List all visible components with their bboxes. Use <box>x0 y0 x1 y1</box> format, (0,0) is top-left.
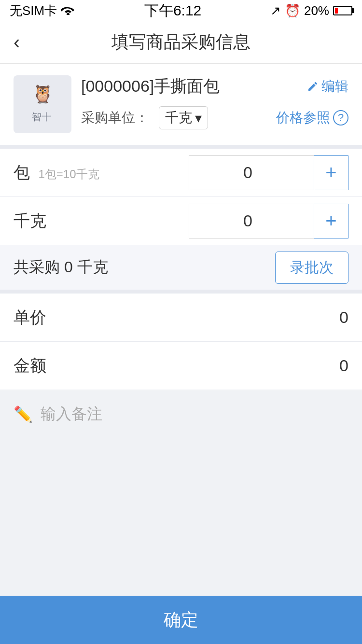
carrier-label: 无SIM卡 <box>10 2 57 19</box>
battery-icon <box>333 6 352 15</box>
confirm-button[interactable]: 确定 <box>164 608 198 632</box>
amount-row: 金额 0 <box>0 342 362 390</box>
price-row: 单价 0 <box>0 294 362 342</box>
pack-label: 包 1包=10千克 <box>14 162 189 184</box>
summary-section: 共采购 0 千克 录批次 <box>0 245 362 294</box>
pack-sub-label: 1包=10千克 <box>38 168 99 181</box>
battery-label: 20% <box>304 3 329 18</box>
kg-row: 千克 + <box>0 197 362 245</box>
detail-section: 单价 0 金额 0 <box>0 294 362 390</box>
summary-text: 共采购 0 千克 <box>14 257 108 278</box>
wifi-icon <box>61 3 75 18</box>
product-info: [0000006]手撕面包 编辑 采购单位： 千克 ▾ 价格参照 ? <box>81 75 348 129</box>
product-section: 🦉智十 [0000006]手撕面包 编辑 采购单位： 千克 ▾ <box>0 64 362 149</box>
pack-input[interactable] <box>189 155 314 190</box>
amount-value: 0 <box>339 356 348 375</box>
record-batch-button[interactable]: 录批次 <box>275 252 348 284</box>
status-bar-right: ↗ ⏰ 20% <box>270 3 352 18</box>
unit-label: 采购单位： <box>81 110 149 125</box>
pencil-icon: ✏️ <box>14 405 33 423</box>
product-name: [0000006]手撕面包 <box>81 75 220 98</box>
dropdown-icon: ▾ <box>195 110 202 126</box>
quantity-section: 包 1包=10千克 + 千克 + <box>0 149 362 245</box>
status-bar-time: 下午6:12 <box>144 1 201 21</box>
edit-button[interactable]: 编辑 <box>307 77 348 96</box>
page-title: 填写商品采购信息 <box>111 30 251 54</box>
kg-input[interactable] <box>189 204 314 238</box>
nav-bar: ‹ 填写商品采购信息 <box>0 21 362 64</box>
product-thumbnail: 🦉智十 <box>14 75 71 133</box>
pack-plus-button[interactable]: + <box>314 155 348 190</box>
kg-plus-button[interactable]: + <box>314 204 348 238</box>
alarm-icon: ⏰ <box>285 3 300 18</box>
price-reference-button[interactable]: 价格参照 ? <box>276 109 348 127</box>
help-icon: ? <box>333 110 348 126</box>
amount-label: 金额 <box>14 355 46 377</box>
price-value: 0 <box>339 308 348 327</box>
remark-section: ✏️ 输入备注 <box>0 390 362 487</box>
status-bar-left: 无SIM卡 <box>10 2 75 19</box>
location-icon: ↗ <box>270 3 281 18</box>
unit-select[interactable]: 千克 ▾ <box>159 106 208 129</box>
product-logo: 🦉智十 <box>32 84 54 125</box>
kg-label: 千克 <box>14 210 189 232</box>
price-ref-label: 价格参照 <box>276 109 330 127</box>
price-label: 单价 <box>14 307 46 329</box>
edit-label: 编辑 <box>321 77 348 96</box>
confirm-bar[interactable]: 确定 <box>0 596 362 644</box>
unit-value: 千克 <box>165 109 192 127</box>
remark-placeholder: 输入备注 <box>41 404 102 425</box>
back-button[interactable]: ‹ <box>14 31 20 53</box>
remark-input-row[interactable]: ✏️ 输入备注 <box>14 404 348 425</box>
status-bar: 无SIM卡 下午6:12 ↗ ⏰ 20% <box>0 0 362 21</box>
pack-row: 包 1包=10千克 + <box>0 149 362 197</box>
